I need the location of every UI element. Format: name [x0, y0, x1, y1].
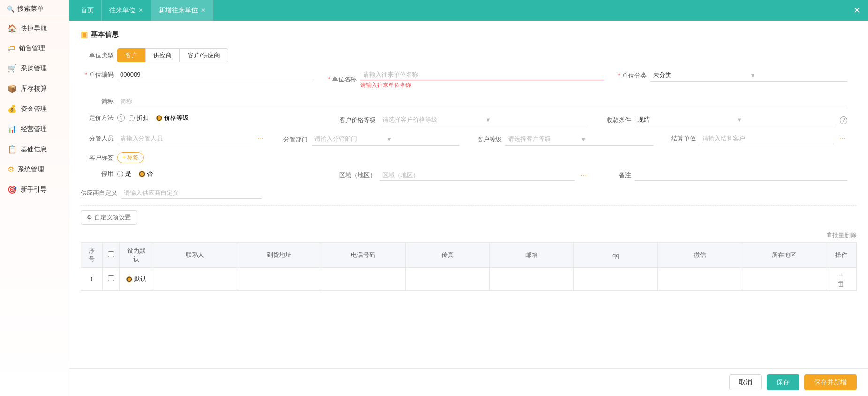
unit-category-field: 单位分类 未分类 ▼	[614, 69, 857, 82]
payment-help-icon[interactable]: ?	[840, 116, 847, 124]
unit-category-value: 未分类	[653, 71, 748, 79]
row-email[interactable]	[489, 268, 573, 291]
tab-partners-close[interactable]: ✕	[138, 7, 143, 14]
unit-type-both-btn[interactable]: 客户/供应商	[180, 48, 228, 62]
tag-add-button[interactable]: + 标签	[117, 152, 144, 163]
disabled-yes-label: 是	[125, 170, 131, 178]
tab-new-partner-close[interactable]: ✕	[201, 7, 206, 14]
sidebar-item-sales[interactable]: 🏷 销售管理	[0, 39, 69, 58]
tab-home[interactable]: 首页	[73, 0, 102, 21]
pricing-radio-group: 折扣 价格等级	[129, 114, 189, 122]
phone-input[interactable]	[326, 276, 400, 283]
row-phone[interactable]	[321, 268, 405, 291]
select-all-checkbox[interactable]	[108, 251, 114, 257]
contact-input[interactable]	[158, 276, 232, 283]
batch-delete-label[interactable]: 批量删除	[832, 231, 857, 240]
tab-home-label: 首页	[81, 6, 94, 15]
settlement-input[interactable]	[700, 133, 834, 144]
region-row-input[interactable]	[747, 276, 821, 283]
region-input[interactable]	[380, 170, 575, 181]
qq-input[interactable]	[579, 276, 653, 283]
row-default-radio-label[interactable]: 默认	[124, 275, 148, 283]
save-button[interactable]: 保存	[767, 374, 799, 390]
region-more-btn[interactable]: ···	[579, 171, 588, 179]
row-contact[interactable]	[153, 268, 237, 291]
manager-input[interactable]	[117, 133, 251, 144]
price-level-select[interactable]: 请选择客户价格等级 ▼	[380, 114, 588, 126]
section-title: 基本信息	[91, 30, 119, 39]
customer-level-label: 客户等级	[469, 135, 502, 144]
sidebar-item-guide[interactable]: 🎯 新手引导	[0, 179, 69, 200]
region-field: 区域（地区） ···	[339, 170, 598, 181]
disabled-yes-radio[interactable]	[117, 171, 123, 177]
row-address[interactable]	[237, 268, 321, 291]
row-add-btn[interactable]: ＋	[836, 271, 846, 279]
sidebar-item-system[interactable]: ⚙ 系统管理	[0, 159, 69, 179]
row-region[interactable]	[742, 268, 826, 291]
department-label: 分管部门	[275, 135, 308, 144]
manager-more-btn[interactable]: ···	[255, 134, 265, 143]
pricing-level-label: 价格等级	[164, 114, 189, 122]
sidebar-inventory-label: 库存核算	[21, 85, 47, 93]
disabled-no-option[interactable]: 否	[139, 170, 153, 178]
save-new-button[interactable]: 保存并新增	[804, 374, 857, 390]
pricing-help-icon[interactable]: ?	[117, 114, 125, 122]
row-qq[interactable]	[574, 268, 658, 291]
payment-terms-select[interactable]: 现结 ▼	[635, 114, 836, 126]
col-wechat: 微信	[658, 243, 742, 268]
row-check[interactable]	[108, 275, 114, 281]
operations-icon: 📊	[8, 124, 17, 133]
sidebar-item-basic[interactable]: 📋 基础信息	[0, 139, 69, 159]
sidebar-search[interactable]: 🔍 搜索菜单	[0, 0, 69, 18]
col-fax: 传真	[405, 243, 489, 268]
fax-input[interactable]	[411, 276, 485, 283]
pricing-discount-radio[interactable]	[129, 115, 135, 121]
settlement-more-btn[interactable]: ···	[838, 134, 847, 143]
short-name-input[interactable]	[117, 96, 847, 107]
home-icon: 🏠	[8, 24, 17, 33]
department-field: 分管部门 请输入分管部门 ▼	[275, 133, 469, 146]
row-default[interactable]: 默认	[120, 268, 153, 291]
unit-type-supplier-btn[interactable]: 供应商	[145, 48, 180, 62]
unit-name-input[interactable]	[360, 69, 604, 80]
unit-category-select[interactable]: 未分类 ▼	[650, 69, 847, 82]
short-name-field: 简称	[81, 96, 857, 107]
price-level-value: 请选择客户价格等级	[382, 116, 483, 124]
sidebar: 🔍 搜索菜单 🏠 快捷导航 🏷 销售管理 🛒 采购管理 📦 库存核算 💰 资金管…	[0, 0, 69, 396]
supplier-custom-input[interactable]	[121, 187, 262, 199]
custom-settings-button[interactable]: ⚙ 自定义项设置	[81, 210, 137, 225]
sidebar-item-quick-nav[interactable]: 🏠 快捷导航	[0, 18, 69, 39]
cancel-button[interactable]: 取消	[729, 374, 762, 390]
pricing-discount-option[interactable]: 折扣	[129, 114, 149, 122]
tabbar-close-all[interactable]: ✕	[850, 5, 864, 16]
tab-new-partner[interactable]: 新增往来单位 ✕	[151, 0, 213, 21]
sidebar-item-inventory[interactable]: 📦 库存核算	[0, 78, 69, 99]
form-divider	[81, 205, 857, 206]
row-wechat[interactable]	[658, 268, 742, 291]
wechat-input[interactable]	[662, 276, 737, 283]
disabled-no-radio[interactable]	[139, 171, 145, 177]
sidebar-item-finance[interactable]: 💰 资金管理	[0, 99, 69, 119]
email-input[interactable]	[495, 276, 569, 283]
unit-type-customer-btn[interactable]: 客户	[117, 48, 145, 62]
sidebar-item-purchase[interactable]: 🛒 采购管理	[0, 58, 69, 78]
pricing-level-radio[interactable]	[156, 115, 162, 121]
sidebar-guide-label: 新手引导	[21, 186, 47, 194]
row-fax[interactable]	[405, 268, 489, 291]
department-select[interactable]: 请输入分管部门 ▼	[312, 133, 460, 146]
pricing-level-option[interactable]: 价格等级	[156, 114, 189, 122]
unit-code-input[interactable]	[117, 69, 314, 80]
tab-partners[interactable]: 往来单位 ✕	[102, 0, 151, 21]
row-default-radio[interactable]	[126, 276, 132, 282]
disabled-yes-option[interactable]: 是	[117, 170, 131, 178]
remark-input[interactable]	[635, 170, 847, 181]
sidebar-item-operations[interactable]: 📊 经营管理	[0, 119, 69, 139]
row-delete-btn[interactable]: 🗑	[836, 280, 846, 287]
address-input[interactable]	[242, 276, 316, 283]
sidebar-purchase-label: 采购管理	[21, 64, 47, 73]
customer-level-dropdown-icon: ▼	[580, 136, 651, 143]
row-checkbox[interactable]	[103, 268, 120, 291]
col-check[interactable]	[103, 243, 120, 268]
customer-level-select[interactable]: 请选择客户等级 ▼	[505, 133, 654, 146]
settlement-label: 结算单位	[663, 134, 696, 143]
